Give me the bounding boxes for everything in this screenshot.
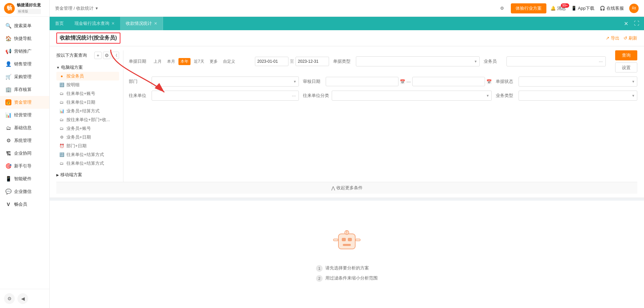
tab-expand-btn[interactable]: ⛶ (632, 19, 641, 28)
sidebar-item-sales[interactable]: 👤 销售管理 (0, 58, 49, 70)
sidebar-item-finance[interactable]: 💰 资金管理 (0, 96, 49, 109)
salesman-select[interactable]: ··· (506, 56, 606, 66)
scheme-item-by-unit-account[interactable]: 🗂 往来单位+账号 (56, 89, 119, 98)
scheme-item-by-unit-dept[interactable]: 🗂 按往来单位+部门+收... (56, 115, 119, 124)
date-tab-this-month[interactable]: 本月 (165, 58, 177, 65)
sidebar-item-system[interactable]: ⚙ 系统管理 (0, 134, 49, 147)
topbar: 资金管理 / 收款统计 ▾ ⚙ 体验行业方案 🔔 消息 99+ 📱 App下载 … (50, 0, 644, 17)
date-tab-7days[interactable]: 近7天 (192, 58, 206, 65)
scheme-item-by-salesman-date[interactable]: ⚙ 业务员+日期 (56, 133, 119, 142)
message-btn[interactable]: 🔔 消息 99+ (550, 5, 566, 11)
topbar-settings-btn[interactable]: ⚙ (497, 4, 507, 13)
review-date-calendar-icon[interactable]: 📅 (400, 79, 405, 84)
date-tab-custom[interactable]: 自定义 (221, 58, 237, 65)
scheme-item-by-unit-method[interactable]: 🔢 往来单位+结算方式 (56, 150, 119, 159)
tab-receipt-stats-close[interactable]: ✕ (154, 21, 157, 26)
scheme-detail-icon: 🔢 (59, 82, 64, 88)
sidebar-item-search[interactable]: 🔍 搜索菜单 (0, 19, 49, 32)
partner-select[interactable]: ··· (152, 91, 299, 101)
biz-type-field: 业务类型 ▾ (496, 91, 637, 101)
page-content: 收款情况统计(按业务员) ↗ 导出 ↺ 刷新 按以下方案查询 (50, 30, 644, 308)
doc-status-select[interactable]: ▾ (519, 76, 637, 87)
inventory-icon: 🏢 (5, 87, 11, 93)
scheme-dept-date-icon: ⏰ (59, 143, 64, 149)
scheme-mobile-toggle[interactable]: ▶ 移动端方案 (56, 170, 119, 179)
basic-icon: 🗂 (5, 125, 11, 131)
doc-type-chevron: ▾ (475, 59, 477, 64)
scheme-unit-date-icon: 🗂 (59, 100, 64, 105)
scheme-settings-btn[interactable]: ⚙ (103, 52, 110, 59)
review-date-from-input[interactable] (326, 77, 398, 86)
breadcrumb-dropdown[interactable]: ▾ (96, 6, 98, 11)
member-icon: V (5, 201, 11, 207)
scheme-item-by-detail[interactable]: 🔢 按明细 (56, 81, 119, 89)
dept-select[interactable]: ▾ (152, 76, 299, 87)
scheme-desktop-toggle[interactable]: ▼ 电脑端方案 (56, 63, 119, 72)
user-avatar[interactable]: Rit (629, 4, 639, 13)
app-download-btn[interactable]: 📱 App下载 (571, 5, 594, 11)
sidebar-item-member[interactable]: V 畅会员 (0, 198, 49, 211)
scheme-item-by-unit-method2[interactable]: 🗂 往来单位+结算方式 (56, 159, 119, 168)
settings-btn[interactable]: 设置 (615, 62, 637, 72)
date-tab-more[interactable]: 更多 (208, 58, 220, 65)
review-date-calendar-icon2[interactable]: 📅 (486, 79, 492, 84)
export-btn[interactable]: ↗ 导出 (606, 35, 620, 41)
svg-rect-6 (333, 239, 338, 241)
sidebar-collapse-btn[interactable]: ◀ (17, 293, 28, 304)
date-tab-last-month[interactable]: 上月 (152, 58, 164, 65)
tab-close-all-btn[interactable]: ✕ (621, 19, 631, 28)
scheme-item-by-salesman-account[interactable]: 🗂 业务员+账号 (56, 124, 119, 133)
partner-category-select[interactable]: ▾ (332, 91, 492, 101)
service-btn[interactable]: 🎧 在线客服 (600, 5, 624, 11)
sidebar-nav: 🔍 搜索菜单 🏠 快捷导航 📢 营销推广 👤 销售管理 🛒 采购管理 🏢 库存核… (0, 17, 49, 289)
refresh-btn[interactable]: ↺ 刷新 (624, 35, 637, 41)
svg-rect-0 (338, 234, 355, 249)
wechat-icon: 💬 (5, 189, 11, 195)
scheme-salesman-method-icon: 📊 (59, 108, 64, 114)
empty-step-1: 1 请先选择要分析的方案 (316, 265, 378, 272)
sidebar-item-hardware[interactable]: 📱 智能硬件 (0, 172, 49, 185)
scheme-add-btn[interactable]: + (94, 52, 102, 59)
sidebar-item-inventory[interactable]: 🏢 库存核算 (0, 83, 49, 96)
scheme-category-desktop: ▼ 电脑端方案 ● 按业务员 🔢 按明细 🗂 (56, 63, 119, 168)
query-btn[interactable]: 查询 (615, 50, 637, 60)
sidebar-item-quick-nav[interactable]: 🏠 快捷导航 (0, 32, 49, 45)
sidebar-item-wechat[interactable]: 💬 企业微信 (0, 185, 49, 198)
sidebar-item-corp[interactable]: 🏗 企业协同 (0, 147, 49, 160)
collapse-bar[interactable]: ⋀ 收起更多条件 (56, 182, 637, 194)
page-title: 收款情况统计(按业务员) (56, 33, 120, 44)
search-icon: 🔍 (5, 23, 11, 29)
breadcrumb: 资金管理 / 收款统计 ▾ (55, 5, 493, 11)
scheme-item-by-dept-date[interactable]: ⏰ 部门+日期 (56, 142, 119, 150)
sidebar-item-guide[interactable]: 🎯 新手引导 (0, 160, 49, 172)
scheme-collapse-btn[interactable]: 《 (112, 52, 119, 59)
scheme-item-by-unit-date[interactable]: 🗂 往来单位+日期 (56, 98, 119, 107)
trial-btn[interactable]: 体验行业方案 (511, 3, 546, 13)
date-from-input[interactable] (255, 57, 288, 66)
review-date-to-input[interactable] (412, 77, 485, 86)
headset-icon: 🎧 (600, 6, 605, 11)
hardware-icon: 📱 (5, 176, 11, 182)
date-to-input[interactable] (296, 57, 329, 66)
scheme-item-by-salesman-method[interactable]: 📊 业务员+结算方式 (56, 107, 119, 115)
sidebar-settings-btn[interactable]: ⚙ (4, 293, 15, 304)
date-range-sep: 至 (290, 58, 294, 64)
date-range: 上月 本月 本年 近7天 更多 自定义 (152, 58, 251, 65)
tab-bank-flow[interactable]: 现金银行流水查询 ✕ (69, 17, 120, 30)
tab-receipt-stats[interactable]: 收款情况统计 ✕ (120, 17, 163, 30)
tab-bank-flow-close[interactable]: ✕ (111, 21, 115, 26)
purchase-icon: 🛒 (5, 74, 11, 80)
biz-type-select[interactable]: ▾ (519, 91, 637, 101)
sidebar-item-basic[interactable]: 🗂 基础信息 (0, 121, 49, 134)
phone-icon: 📱 (571, 6, 577, 11)
doc-type-select[interactable]: ▾ (356, 56, 480, 66)
scheme-unit-method-icon: 🔢 (59, 152, 64, 157)
tab-home[interactable]: 首页 (50, 17, 69, 30)
sidebar-item-marketing[interactable]: 📢 营销推广 (0, 45, 49, 58)
operation-icon: 📊 (5, 112, 11, 118)
scheme-item-by-salesman[interactable]: ● 按业务员 (56, 72, 119, 81)
sidebar-item-operation[interactable]: 📊 经营管理 (0, 109, 49, 121)
date-tab-this-year[interactable]: 本年 (178, 58, 191, 65)
sidebar-item-purchase[interactable]: 🛒 采购管理 (0, 70, 49, 83)
svg-rect-3 (343, 244, 351, 246)
